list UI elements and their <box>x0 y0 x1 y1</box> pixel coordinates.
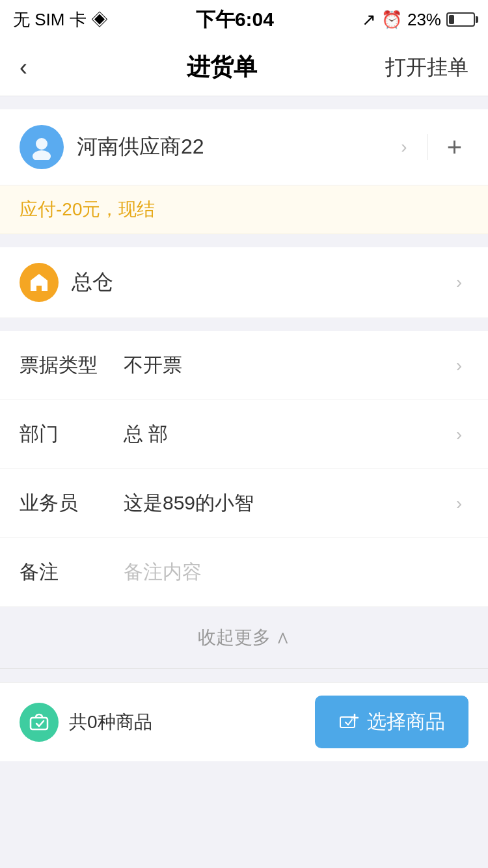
page-background <box>0 761 488 868</box>
alarm-icon: ⏰ <box>381 10 402 30</box>
invoice-type-chevron-icon: › <box>456 355 462 376</box>
select-goods-button[interactable]: 选择商品 <box>315 696 468 748</box>
battery-icon <box>446 12 475 27</box>
status-time: 下午6:04 <box>196 7 274 33</box>
goods-count-row: 共0种商品 <box>20 703 152 742</box>
invoice-type-label: 票据类型 <box>20 352 111 379</box>
user-icon <box>29 134 55 160</box>
invoice-type-row[interactable]: 票据类型 不开票 › <box>0 331 488 400</box>
svg-rect-3 <box>340 717 355 727</box>
back-button[interactable]: ‹ <box>20 54 59 81</box>
supplier-name: 河南供应商22 <box>77 133 401 161</box>
section-gap-1 <box>0 96 488 109</box>
status-left: 无 SIM 卡 ◈ <box>13 8 108 31</box>
supplier-chevron-icon: › <box>401 137 407 157</box>
warehouse-name: 总仓 <box>72 268 456 297</box>
nav-bar: ‹ 进货单 打开挂单 <box>0 39 488 96</box>
salesperson-label: 业务员 <box>20 490 111 517</box>
house-icon <box>28 271 50 293</box>
invoice-type-value: 不开票 <box>124 352 456 379</box>
salesperson-value: 这是859的小智 <box>124 490 456 517</box>
remark-label: 备注 <box>20 559 111 586</box>
salesperson-chevron-icon: › <box>456 493 462 514</box>
vertical-divider <box>427 134 427 160</box>
svg-point-0 <box>36 138 47 150</box>
collapse-button[interactable]: 收起更多 ∧ <box>0 607 488 669</box>
notice-bar: 应付-20元，现结 <box>0 185 488 234</box>
salesperson-row[interactable]: 业务员 这是859的小智 › <box>0 469 488 538</box>
department-value: 总 部 <box>124 421 456 448</box>
warehouse-icon <box>20 263 59 302</box>
section-gap-2 <box>0 234 488 247</box>
remark-row[interactable]: 备注 备注内容 <box>0 538 488 607</box>
remark-input[interactable]: 备注内容 <box>124 559 468 586</box>
warehouse-section: 总仓 › <box>0 247 488 318</box>
select-goods-label: 选择商品 <box>367 709 445 735</box>
page-title: 进货单 <box>187 51 257 83</box>
goods-icon <box>20 703 59 742</box>
select-goods-icon <box>338 712 359 733</box>
goods-count-text: 共0种商品 <box>69 710 152 735</box>
add-supplier-button[interactable]: + <box>441 133 468 162</box>
status-right: ↗ ⏰ 23% <box>362 10 475 30</box>
location-icon: ↗ <box>362 10 376 30</box>
cart-icon <box>28 711 50 733</box>
supplier-row[interactable]: 河南供应商22 › + <box>0 109 488 185</box>
department-chevron-icon: › <box>456 424 462 445</box>
sim-indicator: 无 SIM 卡 ◈ <box>13 8 108 31</box>
open-pending-button[interactable]: 打开挂单 <box>385 53 468 82</box>
warehouse-row[interactable]: 总仓 › <box>0 247 488 318</box>
supplier-section: 河南供应商22 › + 应付-20元，现结 <box>0 109 488 234</box>
bottom-bar: 共0种商品 选择商品 <box>0 682 488 761</box>
svg-rect-2 <box>31 718 47 729</box>
battery-text: 23% <box>407 10 441 30</box>
svg-point-1 <box>33 150 51 160</box>
warehouse-chevron-icon: › <box>456 272 462 293</box>
section-gap-3 <box>0 318 488 331</box>
section-gap-4 <box>0 669 488 682</box>
supplier-avatar <box>20 125 64 169</box>
status-bar: 无 SIM 卡 ◈ 下午6:04 ↗ ⏰ 23% <box>0 0 488 39</box>
form-section: 票据类型 不开票 › 部门 总 部 › 业务员 这是859的小智 › 备注 备注… <box>0 331 488 607</box>
department-row[interactable]: 部门 总 部 › <box>0 400 488 469</box>
department-label: 部门 <box>20 421 111 448</box>
